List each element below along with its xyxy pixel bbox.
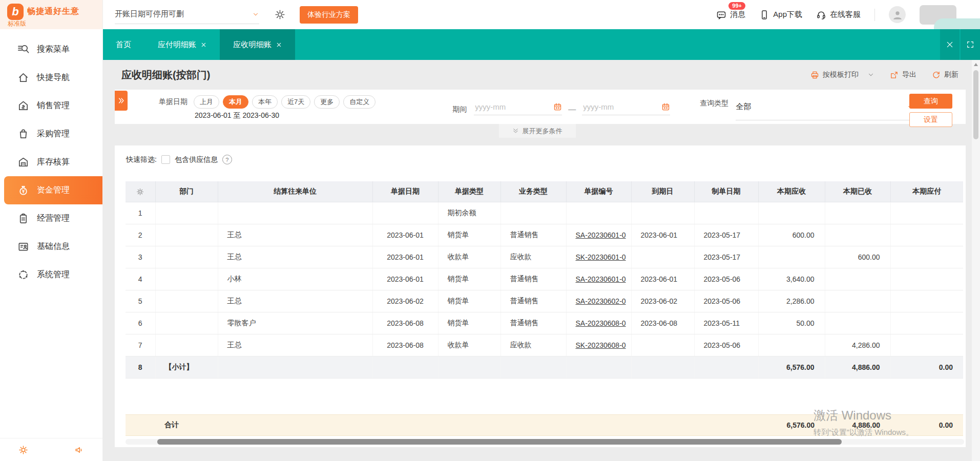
column-header[interactable]: 单据编号 bbox=[566, 181, 631, 202]
cell-payable bbox=[890, 334, 963, 357]
close-tab-icon[interactable] bbox=[276, 42, 282, 48]
sidebar-item-3[interactable]: 采购管理 bbox=[0, 120, 102, 148]
query-type-value: 全部 bbox=[736, 102, 751, 112]
tab-1[interactable]: 应付明细账 bbox=[144, 29, 220, 60]
sidebar-item-5[interactable]: 资金管理 bbox=[4, 176, 102, 204]
cell-doc_no bbox=[566, 357, 631, 379]
user-avatar[interactable] bbox=[889, 6, 906, 23]
sidebar-item-label: 资金管理 bbox=[37, 185, 70, 196]
date-chip-1[interactable]: 本月 bbox=[223, 95, 248, 109]
sidebar-item-6[interactable]: 经营管理 bbox=[0, 204, 102, 233]
column-header[interactable]: 制单日期 bbox=[694, 181, 758, 202]
sidebar-item-1[interactable]: 快捷导航 bbox=[0, 64, 102, 92]
cell-doc_type: 销货单 bbox=[438, 290, 501, 312]
business-icon bbox=[17, 213, 29, 224]
fullscreen-icon[interactable] bbox=[961, 29, 980, 60]
include-supply-checkbox[interactable] bbox=[161, 155, 170, 164]
cell-doc_no: SA-20230601-0 bbox=[566, 224, 631, 246]
collapse-filter-expander[interactable] bbox=[115, 91, 128, 111]
doc-number-link[interactable]: SA-20230601-0 bbox=[576, 231, 626, 239]
date-chip-0[interactable]: 上月 bbox=[194, 95, 219, 109]
double-chevron-down-icon bbox=[512, 128, 519, 134]
close-all-tabs-icon[interactable] bbox=[940, 29, 960, 60]
doc-number-link[interactable]: SA-20230602-0 bbox=[576, 297, 626, 305]
account-period-value: 开账日期可停用可删 bbox=[115, 9, 184, 19]
announcement-speaker-icon[interactable] bbox=[74, 445, 84, 455]
row-number: 8 bbox=[126, 357, 155, 379]
period-separator: — bbox=[568, 104, 576, 113]
export-button[interactable]: 导出 bbox=[890, 70, 916, 79]
chevron-down-icon[interactable] bbox=[867, 71, 874, 78]
messages-button[interactable]: 99+ 消息 bbox=[716, 10, 745, 20]
column-header[interactable]: 结算往来单位 bbox=[218, 181, 372, 202]
cell-doc_no: SA-20230602-0 bbox=[566, 290, 631, 312]
refresh-button[interactable]: 刷新 bbox=[932, 70, 958, 79]
tab-2[interactable]: 应收明细账 bbox=[220, 29, 295, 60]
column-header[interactable]: 本期应收 bbox=[758, 181, 825, 202]
sidebar-item-7[interactable]: 基础信息 bbox=[0, 233, 102, 261]
cell-partner: 王总 bbox=[218, 290, 372, 312]
column-header[interactable]: 部门 bbox=[155, 181, 218, 202]
column-header[interactable]: 本期已收 bbox=[825, 181, 890, 202]
cell-biz_type: 普通销售 bbox=[501, 268, 566, 290]
date-chip-4[interactable]: 更多 bbox=[314, 95, 340, 109]
settings-gear-icon[interactable] bbox=[18, 445, 28, 455]
date-chip-5[interactable]: 自定义 bbox=[343, 95, 376, 109]
total-cell: 4,886.00 bbox=[825, 415, 890, 436]
print-by-template-button[interactable]: 按模板打印 bbox=[810, 70, 874, 79]
calendar-icon[interactable] bbox=[553, 102, 562, 111]
topbar-gear-icon[interactable] bbox=[275, 9, 285, 20]
sidebar-item-4[interactable]: 库存核算 bbox=[0, 148, 102, 176]
trial-industry-button[interactable]: 体验行业方案 bbox=[300, 6, 358, 24]
online-service-button[interactable]: 在线客服 bbox=[816, 10, 861, 20]
doc-number-link[interactable]: SK-20230608-0 bbox=[576, 341, 626, 349]
system-icon bbox=[17, 269, 29, 281]
date-chip-3[interactable]: 近7天 bbox=[281, 95, 310, 109]
expand-more-conditions-button[interactable]: 展开更多条件 bbox=[499, 124, 576, 138]
settings-button[interactable]: 设置 bbox=[909, 112, 952, 127]
export-label: 导出 bbox=[902, 70, 916, 79]
cell-received: 4,286.00 bbox=[825, 334, 890, 357]
vertical-scrollbar-thumb[interactable] bbox=[973, 70, 978, 139]
tab-label: 首页 bbox=[116, 40, 131, 50]
search-button[interactable]: 查询 bbox=[909, 94, 952, 109]
horizontal-scrollbar-thumb[interactable] bbox=[157, 439, 842, 445]
column-settings-gear-icon[interactable] bbox=[126, 188, 155, 196]
column-header[interactable]: 本期应付 bbox=[890, 181, 963, 202]
column-header[interactable]: 业务类型 bbox=[501, 181, 566, 202]
cell-doc_date: 2023-06-02 bbox=[372, 290, 438, 312]
tab-0[interactable]: 首页 bbox=[102, 29, 144, 60]
total-cell bbox=[126, 415, 155, 436]
calendar-icon[interactable] bbox=[661, 102, 670, 111]
sidebar-item-8[interactable]: 系统管理 bbox=[0, 261, 102, 289]
doc-number-link[interactable]: SA-20230608-0 bbox=[576, 319, 626, 327]
include-supply-label: 包含供应信息 bbox=[175, 155, 218, 164]
printer-icon bbox=[810, 71, 819, 79]
date-chip-2[interactable]: 本年 bbox=[252, 95, 278, 109]
period-end-input[interactable] bbox=[582, 102, 640, 112]
cell-payable bbox=[890, 290, 963, 312]
help-question-icon[interactable]: ? bbox=[222, 155, 232, 164]
cell-biz_type bbox=[501, 357, 566, 379]
cell-doc_no: SK-20230608-0 bbox=[566, 334, 631, 357]
scroll-up-arrow-icon[interactable] bbox=[974, 63, 978, 66]
column-header[interactable]: 到期日 bbox=[631, 181, 694, 202]
account-period-dropdown[interactable]: 开账日期可停用可删 bbox=[115, 5, 259, 24]
period-start-input[interactable] bbox=[474, 102, 532, 112]
total-cell bbox=[501, 415, 566, 436]
sidebar-item-0[interactable]: 搜索菜单 bbox=[0, 35, 102, 64]
cell-doc_no: SA-20230608-0 bbox=[566, 312, 631, 334]
cell-receivable: 6,576.00 bbox=[758, 357, 825, 379]
sidebar-item-2[interactable]: 销售管理 bbox=[0, 92, 102, 120]
query-type-select[interactable]: 全部 bbox=[736, 97, 914, 120]
app-download-button[interactable]: App下载 bbox=[759, 10, 802, 20]
sidebar-item-label: 销售管理 bbox=[37, 100, 70, 111]
doc-number-link[interactable]: SK-20230601-0 bbox=[576, 253, 626, 261]
doc-date-label: 单据日期 bbox=[159, 95, 187, 120]
column-header[interactable]: 单据类型 bbox=[438, 181, 501, 202]
cell-receivable: 3,640.00 bbox=[758, 268, 825, 290]
doc-number-link[interactable]: SA-20230601-0 bbox=[576, 275, 626, 283]
close-tab-icon[interactable] bbox=[201, 42, 206, 48]
column-header[interactable]: 单据日期 bbox=[372, 181, 438, 202]
cell-payable bbox=[890, 268, 963, 290]
